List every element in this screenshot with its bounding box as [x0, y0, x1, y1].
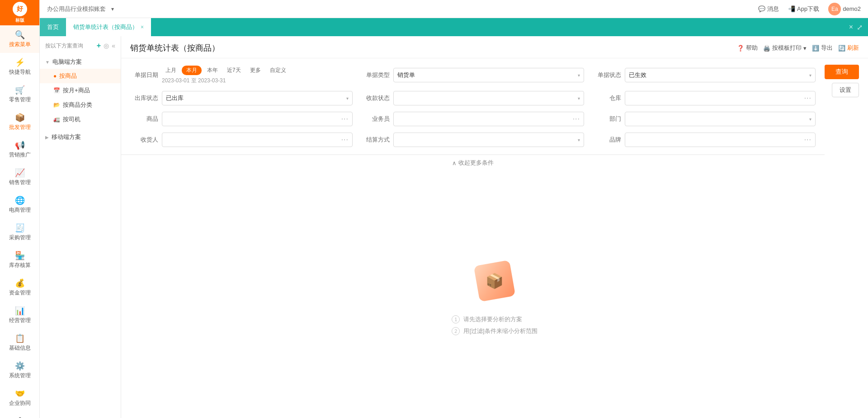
sidebar-item-search-label: 搜索菜单 — [9, 41, 31, 48]
tab-minimize-btn[interactable]: × — [849, 23, 853, 31]
department-select[interactable]: ▾ — [625, 112, 816, 126]
message-label: 消息 — [767, 5, 779, 13]
sidebar-item-ecommerce[interactable]: 🌐 电商管理 — [0, 191, 40, 218]
sidebar-item-finance[interactable]: 💰 资金管理 — [0, 274, 40, 301]
sidebar-item-quick-nav-label: 快捷导航 — [9, 68, 31, 76]
filter-settings-btn[interactable]: ◎ — [104, 42, 109, 49]
sidebar-item-wholesale[interactable]: 📦 批发管理 — [0, 108, 40, 136]
sidebar-item-sales-label: 销售管理 — [9, 179, 31, 186]
topbar: 办公用品行业模拟账套 ▾ 💬 消息 📲 App下载 Ea demo2 — [40, 0, 868, 18]
main-area: 办公用品行业模拟账套 ▾ 💬 消息 📲 App下载 Ea demo2 首页 — [40, 0, 868, 418]
sales-icon: 📈 — [15, 168, 25, 178]
sidebar-item-guide[interactable]: 🎓 新手引导 — [0, 412, 40, 418]
operations-icon: 📊 — [15, 306, 25, 316]
tab-close-icon[interactable]: × — [141, 24, 144, 30]
form-row-4: 收货人 ··· 结算方式 ▾ — [130, 133, 816, 147]
quick-nav-icon: ⚡ — [15, 57, 25, 67]
query-button[interactable]: 查询 — [825, 65, 859, 79]
empty-state: 📦 1 请先选择要分析的方案 2 用[过滤]条件来缩小分析范围 — [121, 171, 868, 418]
doc-status-select[interactable]: 已生效 ▾ — [625, 68, 816, 82]
doc-status-arrow: ▾ — [809, 73, 811, 78]
goods-input[interactable]: ··· — [162, 112, 353, 126]
print-btn[interactable]: 🖨️ 按模板打印 ▾ — [763, 44, 807, 52]
by-category-icon: 📂 — [53, 102, 60, 108]
wholesale-icon: 📦 — [15, 113, 25, 123]
sidebar-item-purchase[interactable]: 🧾 采购管理 — [0, 218, 40, 246]
sidebar-item-inventory[interactable]: 🏪 库存核算 — [0, 246, 40, 274]
user-menu[interactable]: Ea demo2 — [828, 3, 861, 15]
filter-collapse-btn[interactable]: « — [112, 42, 115, 49]
field-doc-date: 单据日期 上月 本月 本年 近7天 更多 自定义 — [130, 66, 353, 85]
brand-input[interactable]: ··· — [625, 133, 816, 147]
field-warehouse: 仓库 ··· — [593, 91, 816, 105]
help-label: 帮助 — [746, 44, 758, 52]
refresh-icon: 🔄 — [838, 45, 845, 52]
collapse-label: 收起更多条件 — [458, 159, 494, 167]
filter-add-btn[interactable]: + — [97, 42, 101, 50]
date-tab-more[interactable]: 更多 — [246, 66, 264, 75]
filter-item-by-category[interactable]: 📂 按商品分类 — [40, 98, 121, 112]
export-btn[interactable]: ⬇️ 导出 — [812, 44, 833, 52]
doc-type-select[interactable]: 销货单 ▾ — [393, 68, 584, 82]
sidebar-item-basic[interactable]: 📋 基础信息 — [0, 329, 40, 356]
tab-maximize-btn[interactable]: ⤢ — [857, 23, 863, 32]
receiver-label: 收货人 — [130, 136, 162, 144]
by-warehouse-icon: 🚛 — [53, 116, 60, 123]
empty-hint-2-text: 用[过滤]条件来缩小分析范围 — [463, 327, 537, 335]
tab-active-label: 销货单统计表（按商品） — [73, 23, 138, 31]
receiver-input[interactable]: ··· — [162, 133, 353, 147]
print-icon: 🖨️ — [763, 45, 770, 52]
out-status-select[interactable]: 已出库 ▾ — [162, 91, 353, 105]
search-icon: 🔍 — [15, 30, 25, 40]
sidebar-item-enterprise[interactable]: 🤝 企业协同 — [0, 384, 40, 412]
out-status-arrow: ▾ — [346, 96, 349, 101]
sidebar-item-retail[interactable]: 🛒 零售管理 — [0, 81, 40, 108]
filter-panel-header: 按以下方案查询 + ◎ « — [40, 36, 121, 53]
date-tab-this-year[interactable]: 本年 — [203, 66, 222, 75]
refresh-btn[interactable]: 🔄 刷新 — [838, 44, 859, 52]
hint-num-1: 1 — [452, 315, 460, 323]
warehouse-dots: ··· — [804, 94, 811, 102]
message-btn[interactable]: 💬 消息 — [758, 5, 779, 13]
filter-item-by-warehouse[interactable]: 🚛 按司机 — [40, 112, 121, 127]
field-doc-status: 单据状态 已生效 ▾ — [593, 68, 816, 82]
industry-dropdown[interactable]: ▾ — [111, 6, 114, 12]
date-tab-7days[interactable]: 近7天 — [223, 66, 245, 75]
sidebar-item-marketing[interactable]: 📢 营销推广 — [0, 136, 40, 163]
field-out-status: 出库状态 已出库 ▾ — [130, 91, 353, 105]
tab-active[interactable]: 销货单统计表（按商品） × — [66, 18, 151, 36]
brand-dots: ··· — [804, 136, 811, 144]
tab-home[interactable]: 首页 — [40, 18, 66, 36]
empty-hints: 1 请先选择要分析的方案 2 用[过滤]条件来缩小分析范围 — [452, 315, 537, 335]
collapse-arrow-icon: ∧ — [452, 160, 457, 166]
collection-select[interactable]: ▾ — [393, 91, 584, 105]
ecommerce-icon: 🌐 — [15, 195, 25, 205]
filter-item-by-product[interactable]: ● 按商品 — [40, 69, 121, 83]
inventory-icon: 🏪 — [15, 251, 25, 261]
app-download-btn[interactable]: 📲 App下载 — [788, 5, 819, 13]
hint-num-2: 2 — [452, 327, 460, 335]
salesperson-input[interactable]: ··· — [393, 112, 584, 126]
date-tabs: 上月 本月 本年 近7天 更多 自定义 — [162, 66, 353, 75]
sidebar-item-quick-nav[interactable]: ⚡ 快捷导航 — [0, 53, 40, 81]
filter-section-desktop-header[interactable]: ▼ 电脑端方案 — [40, 55, 121, 69]
enterprise-icon: 🤝 — [15, 389, 25, 399]
sidebar-item-operations[interactable]: 📊 经营管理 — [0, 301, 40, 329]
username-label: demo2 — [843, 5, 861, 12]
sidebar-item-sales[interactable]: 📈 销售管理 — [0, 163, 40, 191]
date-tab-this-month[interactable]: 本月 — [182, 66, 202, 75]
collapse-row[interactable]: ∧ 收起更多条件 — [121, 155, 825, 171]
by-month-product-label: 按月+商品 — [63, 86, 90, 95]
payment-select[interactable]: ▾ — [393, 133, 584, 147]
date-tab-custom[interactable]: 自定义 — [266, 66, 290, 75]
sidebar-item-system[interactable]: ⚙️ 系统管理 — [0, 356, 40, 384]
date-tab-last-month[interactable]: 上月 — [162, 66, 180, 75]
warehouse-input[interactable]: ··· — [625, 91, 816, 105]
form-row-2: 出库状态 已出库 ▾ 收款状态 — [130, 91, 816, 105]
sidebar-item-search[interactable]: 🔍 搜索菜单 — [0, 25, 40, 53]
filter-item-by-month-product[interactable]: 📅 按月+商品 — [40, 83, 121, 98]
help-btn[interactable]: ❓ 帮助 — [737, 44, 758, 52]
filter-section-mobile-header[interactable]: ▶ 移动端方案 — [40, 130, 121, 144]
sidebar-item-ecommerce-label: 电商管理 — [9, 206, 31, 214]
setting-button[interactable]: 设置 — [832, 83, 859, 97]
